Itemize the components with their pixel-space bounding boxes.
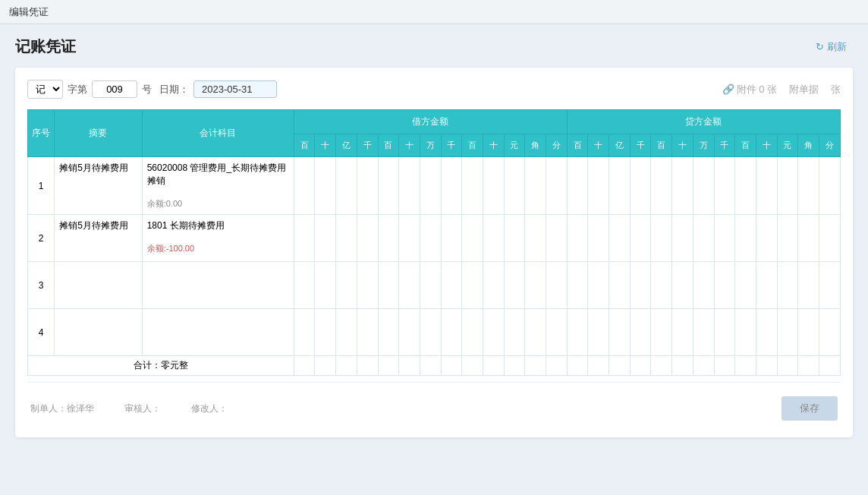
cell-amount-0-13[interactable] xyxy=(567,157,588,215)
cell-amount-2-21[interactable] xyxy=(735,262,756,309)
cell-amount-3-6[interactable] xyxy=(420,309,441,356)
cell-amount-3-1[interactable] xyxy=(315,309,336,356)
cell-amount-3-11[interactable] xyxy=(525,309,546,356)
cell-amount-1-10[interactable] xyxy=(504,215,525,262)
cell-amount-0-3[interactable] xyxy=(357,157,378,215)
cell-amount-2-5[interactable] xyxy=(399,262,420,309)
cell-amount-1-5[interactable] xyxy=(399,215,420,262)
cell-amount-2-7[interactable] xyxy=(441,262,462,309)
cell-amount-0-7[interactable] xyxy=(441,157,462,215)
cell-amount-3-23[interactable] xyxy=(777,309,798,356)
cell-amount-1-21[interactable] xyxy=(735,215,756,262)
cell-amount-0-5[interactable] xyxy=(399,157,420,215)
attachment-link[interactable]: 🔗 附件 0 张 xyxy=(722,83,777,96)
cell-account-1[interactable]: 1801 长期待摊费用余额:-100.00 xyxy=(142,215,294,262)
cell-amount-3-17[interactable] xyxy=(651,309,672,356)
cell-amount-2-16[interactable] xyxy=(630,262,651,309)
cell-amount-2-6[interactable] xyxy=(420,262,441,309)
cell-amount-3-13[interactable] xyxy=(567,309,588,356)
cell-amount-2-2[interactable] xyxy=(336,262,357,309)
cell-amount-0-8[interactable] xyxy=(462,157,483,215)
cell-amount-0-22[interactable] xyxy=(756,157,777,215)
cell-amount-1-9[interactable] xyxy=(483,215,504,262)
cell-amount-1-6[interactable] xyxy=(420,215,441,262)
cell-summary-2[interactable] xyxy=(55,262,142,309)
cell-amount-1-8[interactable] xyxy=(462,215,483,262)
cell-amount-1-19[interactable] xyxy=(693,215,714,262)
cell-account-0[interactable]: 56020008 管理费用_长期待摊费用摊销余额:0.00 xyxy=(142,157,294,215)
cell-amount-3-24[interactable] xyxy=(798,309,819,356)
cell-summary-0[interactable]: 摊销5月待摊费用 xyxy=(55,157,142,215)
cell-amount-1-22[interactable] xyxy=(756,215,777,262)
cell-amount-1-7[interactable] xyxy=(441,215,462,262)
cell-amount-3-5[interactable] xyxy=(399,309,420,356)
cell-amount-1-15[interactable] xyxy=(609,215,631,262)
cell-amount-1-3[interactable] xyxy=(357,215,378,262)
cell-amount-0-17[interactable] xyxy=(651,157,672,215)
cell-amount-3-9[interactable] xyxy=(483,309,504,356)
cell-amount-2-19[interactable] xyxy=(693,262,714,309)
cell-account-2[interactable] xyxy=(142,262,294,309)
cell-summary-3[interactable] xyxy=(55,309,142,356)
cell-amount-2-1[interactable] xyxy=(315,262,336,309)
cell-amount-3-7[interactable] xyxy=(441,309,462,356)
cell-amount-0-12[interactable] xyxy=(546,157,568,215)
cell-amount-3-19[interactable] xyxy=(693,309,714,356)
cell-amount-1-25[interactable] xyxy=(819,215,840,262)
cell-amount-2-17[interactable] xyxy=(651,262,672,309)
cell-amount-2-18[interactable] xyxy=(672,262,693,309)
cell-amount-0-2[interactable] xyxy=(336,157,357,215)
cell-amount-0-14[interactable] xyxy=(588,157,609,215)
cell-amount-1-18[interactable] xyxy=(672,215,693,262)
cell-amount-2-4[interactable] xyxy=(378,262,399,309)
voucher-type-select[interactable]: 记 xyxy=(27,80,63,99)
cell-amount-2-11[interactable] xyxy=(525,262,546,309)
cell-amount-3-22[interactable] xyxy=(756,309,777,356)
cell-amount-2-15[interactable] xyxy=(609,262,631,309)
cell-summary-1[interactable]: 摊销5月待摊费用 xyxy=(55,215,142,262)
cell-amount-2-10[interactable] xyxy=(504,262,525,309)
cell-amount-2-24[interactable] xyxy=(798,262,819,309)
cell-amount-3-16[interactable] xyxy=(630,309,651,356)
cell-amount-3-8[interactable] xyxy=(462,309,483,356)
cell-amount-2-23[interactable] xyxy=(777,262,798,309)
cell-amount-0-4[interactable] xyxy=(378,157,399,215)
cell-amount-0-10[interactable] xyxy=(504,157,525,215)
cell-amount-2-22[interactable] xyxy=(756,262,777,309)
cell-amount-1-14[interactable] xyxy=(588,215,609,262)
cell-amount-3-20[interactable] xyxy=(714,309,735,356)
cell-amount-0-11[interactable] xyxy=(525,157,546,215)
cell-amount-2-9[interactable] xyxy=(483,262,504,309)
cell-amount-2-3[interactable] xyxy=(357,262,378,309)
cell-account-3[interactable] xyxy=(142,309,294,356)
cell-amount-0-23[interactable] xyxy=(777,157,798,215)
cell-amount-3-2[interactable] xyxy=(336,309,357,356)
cell-amount-1-20[interactable] xyxy=(714,215,735,262)
cell-amount-3-12[interactable] xyxy=(546,309,568,356)
refresh-button[interactable]: ↻ 刷新 xyxy=(810,37,853,57)
cell-amount-0-19[interactable] xyxy=(693,157,714,215)
table-row[interactable]: 2摊销5月待摊费用1801 长期待摊费用余额:-100.00 xyxy=(28,215,841,262)
voucher-number-input[interactable] xyxy=(92,80,137,98)
cell-amount-0-0[interactable] xyxy=(294,157,315,215)
cell-amount-0-24[interactable] xyxy=(798,157,819,215)
cell-amount-3-15[interactable] xyxy=(609,309,631,356)
cell-amount-0-20[interactable] xyxy=(714,157,735,215)
table-row[interactable]: 3 xyxy=(28,262,841,309)
cell-amount-1-2[interactable] xyxy=(336,215,357,262)
cell-amount-3-4[interactable] xyxy=(378,309,399,356)
cell-amount-0-6[interactable] xyxy=(420,157,441,215)
cell-amount-2-20[interactable] xyxy=(714,262,735,309)
cell-amount-1-12[interactable] xyxy=(546,215,568,262)
cell-amount-1-4[interactable] xyxy=(378,215,399,262)
cell-amount-2-8[interactable] xyxy=(462,262,483,309)
date-input[interactable] xyxy=(193,80,277,98)
cell-amount-0-18[interactable] xyxy=(672,157,693,215)
cell-amount-2-12[interactable] xyxy=(546,262,568,309)
cell-amount-2-14[interactable] xyxy=(588,262,609,309)
cell-amount-1-23[interactable] xyxy=(777,215,798,262)
cell-amount-3-18[interactable] xyxy=(672,309,693,356)
table-row[interactable]: 4 xyxy=(28,309,841,356)
save-button[interactable]: 保存 xyxy=(782,396,838,421)
cell-amount-0-1[interactable] xyxy=(315,157,336,215)
